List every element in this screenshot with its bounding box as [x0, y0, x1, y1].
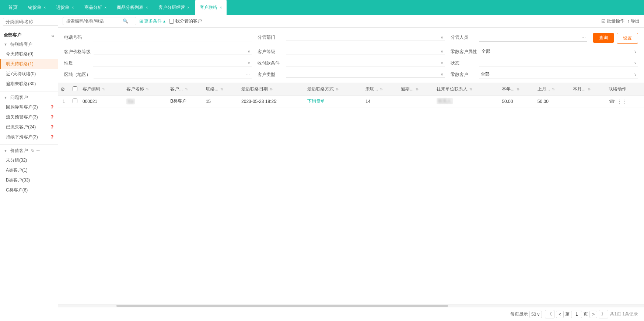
close-customer-layer-icon[interactable]: ×: [187, 5, 189, 10]
sidebar-item-repurchase-abnormal[interactable]: 回购异常客户(2) ❓: [0, 102, 58, 112]
select-all-checkbox[interactable]: [73, 86, 77, 91]
nav-item-analysis[interactable]: 商品分析 ×: [80, 0, 111, 15]
sidebar-item-overdue[interactable]: 逾期未联络(30): [0, 79, 58, 89]
filter-search-box: 🔍: [63, 17, 136, 25]
sort-unit-contact-icon[interactable]: ⇅: [469, 87, 472, 91]
last-contact-method-link[interactable]: 下销货单: [307, 99, 325, 104]
filter-dept-select[interactable]: ∨: [286, 34, 445, 41]
sidebar-item-tomorrow[interactable]: 明天待联络(1): [0, 59, 58, 69]
setting-button[interactable]: 设置: [617, 33, 638, 44]
action-more-icon[interactable]: ⋮⋮: [617, 99, 627, 104]
filter-phone-input[interactable]: [93, 34, 252, 41]
scroll-thumb[interactable]: [116, 305, 448, 307]
my-customers-checkbox[interactable]: [169, 19, 174, 24]
value-refresh-icon[interactable]: ↻: [31, 148, 34, 153]
sort-name-icon[interactable]: ⇅: [146, 87, 149, 91]
close-sales-icon[interactable]: ×: [43, 5, 46, 10]
filter-customer-type-select[interactable]: ∨: [286, 71, 445, 78]
manager-dots-icon[interactable]: ···: [581, 34, 586, 40]
filter-customer-level-select[interactable]: ∨: [286, 48, 445, 55]
more-conditions-btn[interactable]: ⊞ 更多条件 ▲: [139, 18, 166, 24]
filter-funnel-icon: ⊞: [139, 18, 143, 24]
first-page-btn[interactable]: 《: [545, 310, 554, 318]
help-icon-declining: ❓: [50, 135, 54, 139]
th-checkbox: [69, 83, 80, 96]
row-customer-type: B类客户: [168, 96, 203, 107]
nav-home[interactable]: 首页: [4, 0, 22, 15]
filter-gender-select[interactable]: ∨: [93, 60, 252, 66]
nav-item-customer-layer[interactable]: 客户分层经营 ×: [154, 0, 194, 15]
export-btn[interactable]: ↑ 导出: [627, 18, 640, 24]
advanced-filter-panel: 电话号码 分管部门 ∨ 分管人员 ··· 查询 设置: [58, 28, 644, 83]
sort-this-year-icon[interactable]: ⇅: [517, 87, 519, 91]
sort-method-icon[interactable]: ⇅: [336, 87, 339, 91]
nav-item-sales[interactable]: 销货单 ×: [24, 0, 50, 15]
group-problem-customers: ▼ 问题客户 回购异常客户(2) ❓ 流失预警客户(3) ❓ 已流失客户(24)…: [0, 93, 58, 142]
sort-date-icon[interactable]: ⇅: [270, 87, 273, 91]
page-size-select[interactable]: 50 ∨: [529, 311, 542, 318]
nav-item-customer-contact[interactable]: 客户联络 ×: [195, 0, 226, 15]
row-checkbox[interactable]: [73, 99, 77, 103]
page-number-input[interactable]: [571, 311, 582, 318]
sidebar-item-7days[interactable]: 近7天待联络(0): [0, 69, 58, 79]
filter-row-price-level: 客户价格等级 ∨: [64, 47, 252, 56]
th-actions: 联络动作: [606, 83, 644, 96]
filter-customer-level-label: 客户等级: [258, 49, 283, 55]
sidebar: 🔍 全部客户 « ▼ 待联络客户 今天待联络(0) 明天待联络(1) 近7天待联…: [0, 15, 58, 321]
next-page-btn[interactable]: >: [589, 311, 597, 318]
close-customer-contact-icon[interactable]: ×: [220, 5, 222, 10]
help-icon-churned: ❓: [50, 125, 54, 129]
action-phone-icon[interactable]: ☎: [609, 99, 615, 104]
filter-payment-select[interactable]: ∨: [286, 60, 445, 66]
filter-actions: 查询 设置: [593, 31, 638, 44]
column-settings-icon[interactable]: ⚙: [60, 86, 65, 92]
region-dots-icon[interactable]: ···: [246, 72, 250, 77]
filter-retail-attr-label: 零散客户属性: [451, 49, 477, 55]
sort-contact-icon[interactable]: ⇅: [220, 87, 223, 91]
help-icon-churn: ❓: [50, 115, 54, 119]
filter-status-label: 状态: [451, 60, 476, 66]
filter-bar: 🔍 ⊞ 更多条件 ▲ 我分管的客户 ☑ 批量操作 ↑ 导出: [58, 15, 644, 28]
filter-retail-customer-select[interactable]: 全部 ∨: [479, 70, 638, 79]
query-button[interactable]: 查询: [593, 33, 614, 43]
filter-price-level-select[interactable]: ∨: [94, 48, 252, 55]
filter-manager-input[interactable]: ···: [479, 33, 587, 42]
filter-phone-label: 电话号码: [64, 34, 90, 41]
nav-item-analysis-list[interactable]: 商品分析列表 ×: [112, 0, 152, 15]
filter-search-input[interactable]: [66, 18, 121, 24]
prev-page-btn[interactable]: <: [556, 311, 564, 318]
sidebar-search-input[interactable]: [3, 18, 58, 26]
sidebar-item-b-class[interactable]: B类客户(33): [0, 175, 58, 185]
sort-not-contacted-icon[interactable]: ⇅: [380, 87, 383, 91]
sidebar-item-today[interactable]: 今天待联络(0): [0, 49, 58, 59]
filter-search-btn-icon[interactable]: 🔍: [123, 18, 128, 24]
close-purchase-icon[interactable]: ×: [71, 5, 74, 10]
customer-level-arrow-icon: ∨: [441, 49, 443, 54]
sidebar-item-churned[interactable]: 已流失客户(24) ❓: [0, 122, 58, 132]
sidebar-item-c-class[interactable]: C类客户(6): [0, 185, 58, 195]
sort-type-icon[interactable]: ⇅: [185, 87, 188, 91]
sort-code-icon[interactable]: ⇅: [102, 87, 105, 91]
nav-item-purchase[interactable]: 进货单 ×: [52, 0, 78, 15]
sort-last-month-icon[interactable]: ⇅: [552, 87, 555, 91]
sidebar-item-a-class[interactable]: A类客户(1): [0, 165, 58, 175]
sidebar-item-ungrouped[interactable]: 未分组(32): [0, 155, 58, 165]
filter-status-select[interactable]: ∨: [479, 60, 638, 66]
value-edit-icon[interactable]: ✏: [36, 148, 40, 153]
batch-op-btn[interactable]: ☑ 批量操作: [601, 18, 624, 24]
close-analysis-list-icon[interactable]: ×: [146, 5, 148, 10]
th-last-contact-date: 最后联络日期 ⇅: [239, 83, 305, 96]
filter-region-input[interactable]: ···: [94, 70, 252, 79]
sidebar-item-declining[interactable]: 持续下滑客户(2) ❓: [0, 132, 58, 142]
close-analysis-icon[interactable]: ×: [104, 5, 106, 10]
last-page-btn[interactable]: 》: [599, 310, 608, 318]
group-value-label: ▼ 价值客户 ↻ ✏: [0, 146, 58, 155]
sidebar-item-churn-warning[interactable]: 流失预警客户(3) ❓: [0, 112, 58, 122]
sort-overdue-icon[interactable]: ⇅: [416, 87, 419, 91]
sidebar-collapse-icon[interactable]: «: [51, 32, 54, 38]
filter-retail-attr-select[interactable]: 全部 ∨: [480, 47, 638, 56]
row-not-contacted: 14: [363, 96, 399, 107]
th-overdue: 逾期... ⇅: [399, 83, 434, 96]
sort-this-month-icon[interactable]: ⇅: [588, 87, 591, 91]
row-last-contact-date: 2023-05-23 18:25:: [239, 96, 305, 107]
